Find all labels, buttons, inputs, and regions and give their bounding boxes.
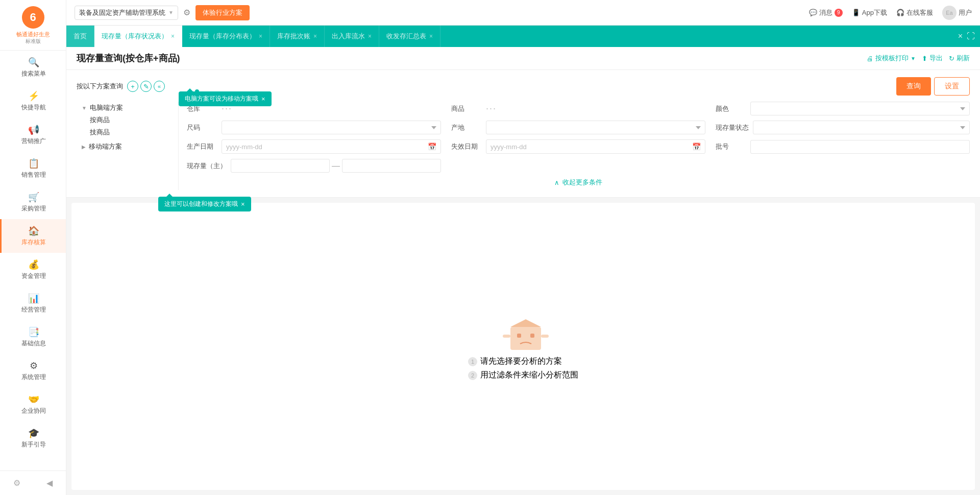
app-selector[interactable]: 装备及固定资产辅助管理系统 ▼ <box>75 6 178 20</box>
chevron-up-icon: ∧ <box>554 179 559 186</box>
page-title: 现存量查询(按仓库+商品) <box>77 52 180 64</box>
expiry-date-label: 失效日期 <box>451 142 482 151</box>
tab-inventory-status-close[interactable]: × <box>171 33 175 40</box>
color-select[interactable] <box>750 102 970 115</box>
collapse-bar[interactable]: ∧ 收起更多条件 <box>187 173 970 190</box>
fullscreen-icon[interactable]: ⛶ <box>967 32 975 41</box>
sidebar-item-enterprise[interactable]: 🤝 企业协同 <box>0 388 66 421</box>
sidebar-item-label: 企业协同 <box>21 407 46 415</box>
sales-icon: 📋 <box>28 158 39 169</box>
message-label: 消息 <box>819 8 832 17</box>
print-icon: 🖨 <box>867 55 873 62</box>
query-btn[interactable]: 查询 <box>896 77 931 96</box>
phone-icon: 📱 <box>852 9 860 16</box>
close-all-icon[interactable]: × <box>958 32 963 41</box>
print-template-btn[interactable]: 🖨 按模板打印 ▼ <box>867 54 916 63</box>
sidebar-item-label: 营销推广 <box>21 137 46 146</box>
svg-rect-5 <box>541 335 549 338</box>
hint-text-2: 用过滤条件来缩小分析范围 <box>480 370 578 381</box>
production-date-input[interactable]: yyyy-mm-dd 📅 <box>222 139 441 154</box>
sidebar-item-label: 搜索菜单 <box>21 69 46 78</box>
tab-home-label: 首页 <box>74 32 87 41</box>
tab-home[interactable]: 首页 <box>66 26 94 47</box>
scheme-tree-desktop[interactable]: ▼ 电脑端方案 <box>82 102 172 114</box>
filter-row-stock-main: 现存量（主） — <box>187 159 441 173</box>
sidebar-item-marketing[interactable]: 📢 营销推广 <box>0 118 66 152</box>
sidebar-item-operations[interactable]: 📊 经营管理 <box>0 287 66 320</box>
tab-inout-flow[interactable]: 出入库流水 × <box>325 26 379 47</box>
filter-header-label: 按以下方案查询 <box>77 82 123 91</box>
batch-no-input[interactable] <box>750 140 970 154</box>
stock-main-max[interactable] <box>342 159 441 173</box>
expiry-date-input[interactable]: yyyy-mm-dd 📅 <box>486 139 705 154</box>
svg-rect-3 <box>530 334 534 338</box>
main: 装备及固定资产辅助管理系统 ▼ ⚙ 体验行业方案 💬 消息 9 📱 App下载 … <box>66 0 980 495</box>
filter-row-production-date: 生产日期 yyyy-mm-dd 📅 <box>187 139 441 154</box>
app-name: 装备及固定资产辅助管理系统 <box>79 8 165 17</box>
sidebar-nav: 🔍 搜索菜单 ⚡ 快捷导航 📢 营销推广 📋 销售管理 🛒 采购管理 🏠 库存核… <box>0 51 66 470</box>
filter-header: 按以下方案查询 + ✎ « 电脑方案可设为移动方案哦 × 查询 设置 <box>77 77 970 96</box>
stock-status-select[interactable] <box>753 121 970 134</box>
sidebar-collapse-btn[interactable]: ◀ <box>44 476 55 490</box>
scheme-by-goods[interactable]: 按商品 <box>90 114 172 126</box>
tab-inventory-dist-close[interactable]: × <box>259 33 262 40</box>
tooltip-edit-close-btn[interactable]: × <box>241 200 245 208</box>
origin-select[interactable] <box>486 121 705 134</box>
logo-icon: 6 <box>22 6 44 29</box>
user-btn[interactable]: Ea 用户 <box>942 6 972 20</box>
enterprise-icon: 🤝 <box>28 394 39 405</box>
switch-scheme-btn[interactable]: « <box>154 81 165 92</box>
export-btn[interactable]: ⬆ 导出 <box>922 54 943 63</box>
operations-icon: 📊 <box>28 293 39 304</box>
svg-rect-4 <box>503 335 510 338</box>
stock-status-label: 现存量状态 <box>716 123 749 132</box>
edit-scheme-btn[interactable]: ✎ <box>140 81 152 92</box>
tab-batch-account[interactable]: 库存批次账 × <box>270 26 325 47</box>
stock-main-min[interactable] <box>231 159 330 173</box>
sidebar-item-basic[interactable]: 📑 基础信息 <box>0 320 66 354</box>
filter-header-icons: + ✎ « <box>127 81 165 92</box>
sidebar-item-inventory[interactable]: 🏠 库存核算 <box>0 219 66 253</box>
tooltip-scheme-close-btn[interactable]: × <box>261 95 265 103</box>
sidebar-item-system[interactable]: ⚙ 系统管理 <box>0 354 66 388</box>
tooltip-edit-text: 这里可以创建和修改方案哦 <box>164 200 238 208</box>
filter-row-expiry-date: 失效日期 yyyy-mm-dd 📅 <box>451 139 705 154</box>
tab-batch-account-close[interactable]: × <box>313 33 317 40</box>
tab-inout-flow-close[interactable]: × <box>368 33 372 40</box>
tab-receive-summary[interactable]: 收发存汇总表 × <box>379 26 440 47</box>
sidebar-item-purchase[interactable]: 🛒 采购管理 <box>0 185 66 219</box>
color-label: 颜色 <box>716 104 746 113</box>
hint-num-1: 1 <box>468 357 477 366</box>
tab-receive-summary-close[interactable]: × <box>429 33 433 40</box>
scheme-by-goods2[interactable]: 技商品 <box>90 126 172 138</box>
refresh-btn[interactable]: ↻ 刷新 <box>949 54 970 63</box>
tooltip-scheme: 电脑方案可设为移动方案哦 × <box>179 91 272 106</box>
batch-no-label: 批号 <box>716 142 746 151</box>
experience-btn[interactable]: 体验行业方案 <box>195 5 250 20</box>
topbar-settings-icon[interactable]: ⚙ <box>183 8 190 17</box>
sidebar-item-guide[interactable]: 🎓 新手引导 <box>0 421 66 455</box>
online-support-btn[interactable]: 🎧 在线客服 <box>896 8 933 17</box>
chevron-down-icon: ▼ <box>911 56 916 61</box>
add-scheme-btn[interactable]: + <box>127 81 138 92</box>
chevron-down-icon: ▼ <box>168 10 174 15</box>
app-download-label: App下载 <box>862 8 887 17</box>
sidebar-item-sales[interactable]: 📋 销售管理 <box>0 152 66 185</box>
tab-inventory-status-label: 现存量（库存状况表） <box>102 32 168 41</box>
empty-hints: 1 请先选择要分析的方案 2 用过滤条件来缩小分析范围 <box>468 356 578 384</box>
scheme-tree-mobile[interactable]: ▶ 移动端方案 <box>82 140 172 153</box>
refresh-label: 刷新 <box>957 54 970 63</box>
sidebar-settings-btn[interactable]: ⚙ <box>11 476 22 490</box>
sidebar-item-search[interactable]: 🔍 搜索菜单 <box>0 51 66 84</box>
empty-hint-1: 1 请先选择要分析的方案 <box>468 356 578 367</box>
sidebar-item-quicknav[interactable]: ⚡ 快捷导航 <box>0 84 66 118</box>
message-btn[interactable]: 💬 消息 9 <box>809 8 843 17</box>
app-download-btn[interactable]: 📱 App下载 <box>852 8 887 17</box>
setting-btn[interactable]: 设置 <box>934 77 970 96</box>
sidebar-item-finance[interactable]: 💰 资金管理 <box>0 253 66 287</box>
svg-rect-0 <box>510 327 541 350</box>
tab-inventory-dist[interactable]: 现存量（库存分布表） × <box>182 26 270 47</box>
size-select[interactable] <box>222 121 441 134</box>
online-support-label: 在线客服 <box>906 8 933 17</box>
tab-inventory-status[interactable]: 现存量（库存状况表） × <box>94 26 182 47</box>
